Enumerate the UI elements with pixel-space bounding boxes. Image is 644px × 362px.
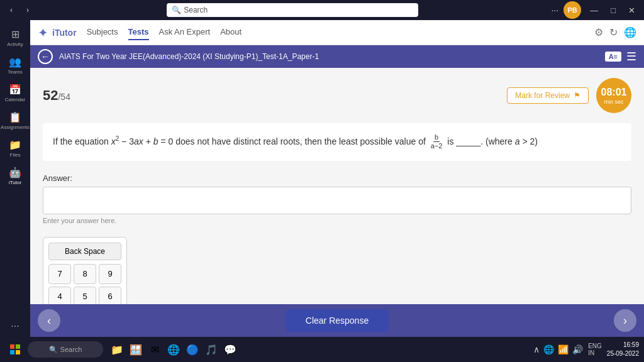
start-btn[interactable] <box>5 339 25 359</box>
taskbar-chrome[interactable]: 🔵 <box>184 341 201 358</box>
title-bar: ‹ › 🔍 Search ··· PB — □ ✕ <box>0 0 644 20</box>
taskbar-edge[interactable]: 🌐 <box>165 341 182 358</box>
activity-icon: ⊞ <box>11 28 19 40</box>
exam-title: AIATS For Two Year JEE(Advanced)-2024 (X… <box>59 52 599 61</box>
bottom-nav: ‹ Clear Response › <box>30 304 644 337</box>
answer-section: Answer: Enter your answer here. <box>43 173 631 224</box>
exam-header: ← AIATS For Two Year JEE(Advanced)-2024 … <box>30 45 644 68</box>
main-content: 52/54 Mark for Review ⚑ 08:01 min sec If… <box>30 68 644 337</box>
sidebar-item-teams[interactable]: 👥 Teams <box>3 53 28 78</box>
nav-subjects[interactable]: Subjects <box>87 25 118 40</box>
taskbar-store[interactable]: 🪟 <box>127 341 145 358</box>
timer-badge: 08:01 min sec <box>596 78 631 113</box>
back-btn[interactable]: ‹ <box>5 4 18 16</box>
settings-icon[interactable]: ⚙ <box>594 26 603 38</box>
backspace-btn[interactable]: Back Space <box>48 243 121 260</box>
exam-right: A≡ ☰ <box>605 50 636 63</box>
wifi-icon[interactable]: 📶 <box>558 344 569 354</box>
svg-rect-1 <box>16 344 20 349</box>
answer-input[interactable] <box>43 187 631 214</box>
taskbar-apps: 📁 🪟 ✉ 🌐 🔵 🎵 💬 <box>108 341 239 358</box>
search-bar[interactable]: 🔍 Search <box>167 3 418 17</box>
answer-label: Answer: <box>43 173 631 183</box>
sidebar-label-files: Files <box>10 152 21 158</box>
nav-links: Subjects Tests Ask An Expert About <box>87 25 242 40</box>
font-size-btn[interactable]: A≡ <box>605 52 621 62</box>
answer-hint: Enter your answer here. <box>43 217 631 224</box>
menu-icon[interactable]: ☰ <box>626 50 636 63</box>
mark-review-btn[interactable]: Mark for Review ⚑ <box>507 87 589 104</box>
question-header: 52/54 Mark for Review ⚑ 08:01 min sec <box>43 78 631 113</box>
refresh-icon[interactable]: ↻ <box>609 26 618 38</box>
svg-rect-0 <box>10 344 14 349</box>
sidebar-item-files[interactable]: 📁 Files <box>3 136 28 161</box>
taskbar-spotify[interactable]: 🎵 <box>203 341 220 358</box>
next-btn[interactable]: › <box>614 309 636 332</box>
teams-icon: 👥 <box>9 56 21 68</box>
mark-review-label: Mark for Review <box>515 91 570 100</box>
flag-icon: ⚑ <box>574 91 580 100</box>
fraction: b a−2 <box>430 133 444 150</box>
fraction-denominator: a−2 <box>430 142 444 150</box>
keypad-top: Back Space <box>48 243 121 260</box>
search-icon: 🔍 <box>172 6 181 14</box>
close-btn[interactable]: ✕ <box>625 6 639 15</box>
chevron-up-icon[interactable]: ∧ <box>533 344 540 354</box>
sidebar-item-activity[interactable]: ⊞ Activity <box>3 25 28 50</box>
taskbar: 🔍 Search 📁 🪟 ✉ 🌐 🔵 🎵 💬 ∧ 🌐 📶 🔊 ENGIN 16:… <box>0 337 644 362</box>
more-icon: ··· <box>551 5 558 15</box>
profile-badge[interactable]: PB <box>564 1 581 19</box>
taskbar-search[interactable]: 🔍 Search <box>28 341 103 358</box>
sidebar-item-assignments[interactable]: 📋 Assignments <box>3 108 28 133</box>
nav-right: ⚙ ↻ 🌐 <box>594 26 636 38</box>
time-display: 16:59 <box>623 341 639 348</box>
sidebar-label-itutor: iTutor <box>9 180 21 185</box>
prev-btn[interactable]: ‹ <box>38 309 60 332</box>
taskbar-mail[interactable]: ✉ <box>146 341 164 358</box>
sidebar-item-calendar[interactable]: 📅 Calendar <box>3 80 28 106</box>
question-total: /54 <box>58 92 70 102</box>
nav-about[interactable]: About <box>220 25 242 40</box>
sidebar-label-teams: Teams <box>8 69 23 75</box>
taskbar-teams[interactable]: 💬 <box>221 341 239 358</box>
taskbar-right: ∧ 🌐 📶 🔊 ENGIN 16:59 25-09-2022 <box>533 341 639 358</box>
key-9[interactable]: 9 <box>99 264 121 284</box>
clear-response-btn[interactable]: Clear Response <box>286 309 389 332</box>
nav-logo: ✦ iTutor <box>38 25 77 40</box>
key-6[interactable]: 6 <box>99 287 121 307</box>
svg-rect-2 <box>10 350 14 354</box>
svg-rect-3 <box>16 350 20 354</box>
key-8[interactable]: 8 <box>74 264 96 284</box>
keypad-row-2: 4 5 6 <box>48 287 121 307</box>
forward-btn[interactable]: › <box>21 4 34 16</box>
sidebar-item-itutor[interactable]: 🤖 iTutor <box>3 163 28 189</box>
timer-time: 08:01 <box>601 86 627 98</box>
calendar-icon: 📅 <box>9 84 21 96</box>
volume-icon[interactable]: 🔊 <box>572 344 583 354</box>
key-7[interactable]: 7 <box>48 264 71 284</box>
minimize-btn[interactable]: — <box>586 6 602 15</box>
nav-ask-expert[interactable]: Ask An Expert <box>159 25 211 40</box>
taskbar-search-text: Search <box>60 346 82 353</box>
key-4[interactable]: 4 <box>48 287 71 307</box>
question-number: 52 <box>43 87 58 103</box>
fraction-numerator: b <box>433 133 440 142</box>
nav-tests[interactable]: Tests <box>128 25 149 40</box>
date-display: 25-09-2022 <box>607 350 639 357</box>
sidebar-more[interactable]: ··· <box>11 321 19 332</box>
restore-btn[interactable]: □ <box>607 6 619 15</box>
clock: 16:59 25-09-2022 <box>607 341 639 358</box>
key-5[interactable]: 5 <box>74 287 96 307</box>
exam-back-btn[interactable]: ← <box>38 49 53 64</box>
keypad-row-1: 7 8 9 <box>48 264 121 284</box>
header-right: Mark for Review ⚑ 08:01 min sec <box>507 78 631 113</box>
logo-icon: ✦ <box>38 25 48 40</box>
taskbar-files[interactable]: 📁 <box>108 341 126 358</box>
network-icon[interactable]: 🌐 <box>543 344 554 354</box>
taskbar-notify: ∧ 🌐 📶 🔊 <box>533 344 583 354</box>
globe-icon[interactable]: 🌐 <box>624 26 636 38</box>
assignments-icon: 📋 <box>9 111 21 123</box>
top-nav: ✦ iTutor Subjects Tests Ask An Expert Ab… <box>30 20 644 45</box>
files-icon: 📁 <box>9 139 21 151</box>
left-sidebar: ⊞ Activity 👥 Teams 📅 Calendar 📋 Assignme… <box>0 20 30 337</box>
